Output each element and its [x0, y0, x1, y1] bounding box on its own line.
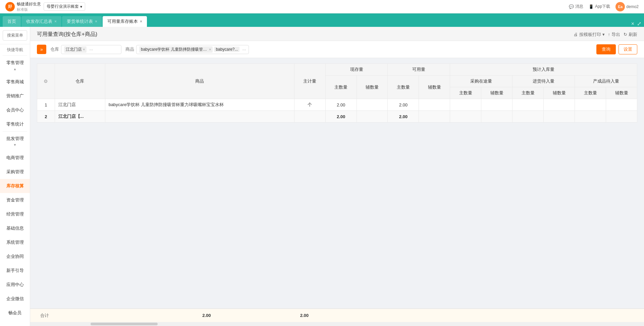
- sidebar-quick-nav[interactable]: 快捷导航: [0, 44, 30, 55]
- row-1-incoming-sub: [544, 99, 575, 111]
- sidebar-item-purchase[interactable]: 采购管理: [0, 165, 30, 179]
- row-1-produced-sub: [606, 99, 637, 111]
- row-1-purchase-sub: [481, 99, 513, 111]
- sidebar-item-retail-mgmt[interactable]: 零售管理 ▲: [0, 56, 30, 75]
- col-stock-main-qty: 主数量: [325, 76, 357, 99]
- sidebar-item-wechat[interactable]: 企业微信: [0, 292, 30, 306]
- fullscreen-button[interactable]: ⤢: [637, 20, 641, 27]
- row-2-incoming-sub: [544, 111, 575, 123]
- sidebar-item-ecommerce[interactable]: 电商管理: [0, 151, 30, 165]
- row-2-no: 2: [37, 111, 55, 123]
- tab-available-inventory[interactable]: 可用量库存账本 ×: [103, 16, 147, 27]
- logo-area: 好 畅捷通好生意 标准版: [5, 1, 41, 12]
- warehouse-more-icon[interactable]: ···: [89, 47, 93, 52]
- tab-order-stats[interactable]: 要货单统计表 ×: [62, 16, 102, 27]
- product-more-icon[interactable]: ···: [242, 47, 246, 52]
- footer-avail-sub: [329, 312, 378, 319]
- product-filter-input[interactable]: babycare学饮杯 儿童防摔防撞吸管杯重力球吸嘴杯宝宝水杯 × babyca…: [136, 45, 249, 54]
- sidebar-item-retail-stats[interactable]: 零售统计: [0, 117, 30, 131]
- store-selector[interactable]: 母婴行业演示账套 ▾: [44, 2, 85, 11]
- sidebar-item-inventory[interactable]: 库存核算: [0, 179, 30, 193]
- logo-text: 畅捷通好生意 标准版: [17, 1, 41, 12]
- chevron-down-icon: ▾: [80, 4, 82, 9]
- col-planned-in-header: 预计入库量: [450, 64, 637, 76]
- top-bar: 好 畅捷通好生意 标准版 母婴行业演示账套 ▾ 💬 消息 📱 App下载 Ea …: [0, 0, 644, 13]
- table-footer: 合计 2.00 2.00: [30, 308, 644, 322]
- close-all-tabs-button[interactable]: ×: [631, 21, 634, 27]
- scroll-thumb[interactable]: [91, 323, 158, 325]
- sidebar-item-operations[interactable]: 经营管理: [0, 207, 30, 221]
- sidebar-item-marketing[interactable]: 营销推广: [0, 89, 30, 103]
- refresh-button[interactable]: ↻ 刷新: [624, 32, 637, 38]
- footer-avail-main: 2.00: [280, 312, 329, 319]
- message-button[interactable]: 💬 消息: [569, 4, 583, 9]
- close-tab-available-inventory[interactable]: ×: [140, 19, 142, 24]
- nav-tabs: 首页 收发存汇总表 × 要货单统计表 × 可用量库存账本 × × ⤢: [0, 13, 644, 27]
- footer-planned: [378, 312, 637, 319]
- col-avail-main-qty: 主数量: [388, 76, 419, 99]
- col-incoming-main: 主数量: [513, 87, 544, 99]
- horizontal-scrollbar[interactable]: [30, 322, 644, 326]
- sidebar-item-finance[interactable]: 资金管理: [0, 193, 30, 207]
- filter-expand-button[interactable]: »: [37, 45, 46, 54]
- sidebar-item-retail-mall[interactable]: 零售商城: [0, 75, 30, 89]
- tab-home[interactable]: 首页: [3, 16, 21, 27]
- table-row: 2 江北门店【... 2.00 2.00: [37, 111, 637, 123]
- row-1-produced-main: [575, 99, 606, 111]
- sidebar-item-guide[interactable]: 新手引导: [0, 264, 30, 278]
- settings-button[interactable]: 设置: [619, 44, 637, 54]
- row-1-stock-main: 2.00: [325, 99, 357, 111]
- row-2-produced-sub: [606, 111, 637, 123]
- col-avail-sub-qty: 辅数量: [419, 76, 450, 99]
- col-main-unit-header: 主计量: [294, 64, 325, 99]
- app-download-button[interactable]: 📱 App下载: [589, 4, 610, 9]
- export-icon: ↑: [608, 32, 610, 37]
- template-print-button[interactable]: 🖨 按模板打印 ▾: [574, 32, 605, 38]
- row-2-avail-main: 2.00: [388, 111, 419, 123]
- col-current-stock-header: 现存量: [325, 64, 388, 76]
- row-2-purchase-sub: [481, 111, 513, 123]
- col-produced-main: 主数量: [575, 87, 606, 99]
- table-container: ⚙ 仓库 商品 主计量 现存量 可用量 预计入库量 主数量 辅数量 主数量 辅数…: [30, 58, 644, 308]
- search-menu-button[interactable]: 搜索菜单: [3, 30, 27, 41]
- footer-stock-sub: [231, 312, 280, 319]
- close-tab-order-stats[interactable]: ×: [95, 19, 97, 24]
- export-button[interactable]: ↑ 导出: [608, 32, 621, 38]
- sidebar-item-enterprise[interactable]: 企业协同: [0, 249, 30, 264]
- page-header: 可用量查询(按仓库+商品) 🖨 按模板打印 ▾ ↑ 导出 ↻ 刷新: [30, 27, 644, 41]
- sidebar-search-area: 搜索菜单: [0, 27, 30, 44]
- tab-receive-summary[interactable]: 收发存汇总表 ×: [21, 16, 61, 27]
- content-area: 可用量查询(按仓库+商品) 🖨 按模板打印 ▾ ↑ 导出 ↻ 刷新 »: [30, 27, 644, 326]
- close-tab-receive-summary[interactable]: ×: [54, 19, 57, 24]
- nav-tab-end: × ⤢: [631, 20, 641, 27]
- product-tag-1: babycare学饮杯 儿童防摔防撞吸管杯重力球吸嘴杯宝宝水杯 ×: [139, 46, 213, 53]
- row-1-avail-sub: [419, 99, 450, 111]
- print-icon: 🖨: [574, 32, 578, 37]
- column-settings-icon[interactable]: ⚙: [44, 79, 48, 84]
- col-purchase-header: 采购在途量: [450, 76, 513, 87]
- sidebar-item-system[interactable]: 系统管理: [0, 235, 30, 249]
- col-stock-sub-qty: 辅数量: [357, 76, 388, 99]
- col-purchase-main: 主数量: [450, 87, 481, 99]
- col-available-header: 可用量: [388, 64, 450, 76]
- row-2-avail-sub: [419, 111, 450, 123]
- remove-product-tag-1[interactable]: ×: [209, 47, 211, 51]
- warehouse-filter-input[interactable]: 江北门店 × ···: [61, 45, 121, 54]
- sidebar-item-wholesale-mgmt[interactable]: 批发管理 ▼: [0, 132, 30, 151]
- sidebar-item-base-info[interactable]: 基础信息: [0, 221, 30, 235]
- row-1-warehouse: 江北门店: [55, 99, 105, 111]
- row-1-unit: 个: [294, 99, 325, 111]
- dropdown-icon: ▾: [602, 32, 605, 37]
- download-icon: 📱: [589, 4, 594, 9]
- row-2-purchase-main: [450, 111, 481, 123]
- col-purchase-sub: 辅数量: [481, 87, 513, 99]
- row-2-produced-main: [575, 111, 606, 123]
- user-menu[interactable]: Ea demo2: [615, 2, 639, 11]
- sidebar-item-member-center[interactable]: 会员中心: [0, 103, 30, 117]
- sidebar-item-member[interactable]: 畅会员: [0, 306, 30, 320]
- remove-warehouse-tag[interactable]: ×: [83, 47, 85, 51]
- sidebar: 搜索菜单 快捷导航 零售管理 ▲ 零售商城 营销推广 会员中心 零售统计 批发管…: [0, 27, 30, 326]
- sidebar-item-app-center[interactable]: 应用中心: [0, 278, 30, 292]
- query-button[interactable]: 查询: [596, 44, 616, 54]
- warehouse-filter-group: 仓库 江北门店 × ···: [50, 45, 121, 54]
